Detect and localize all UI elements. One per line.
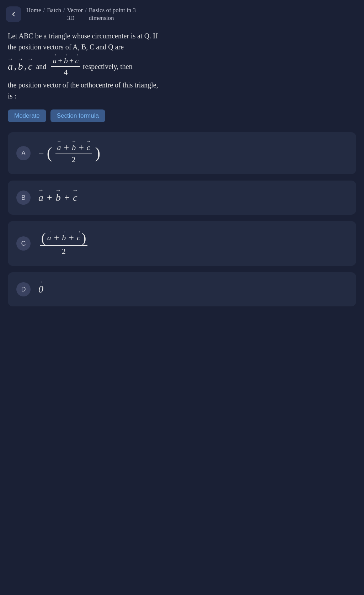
opt-c-vec-b: b [62,233,66,242]
breadcrumb-vector: Vector 3D [67,6,83,22]
comma2: , [25,61,27,72]
question-math-block: a , b , c and a + b + c 4 respectively, … [8,56,356,77]
fraction-numerator: a + b + c [51,56,80,67]
vec-a: a [8,61,13,72]
fraction-denominator: 4 [62,67,69,77]
breadcrumb-sep3: / [85,6,87,14]
opt-b-vec-a: a [38,192,43,203]
question-text: Let ABC be a triangle whose circumcenter… [8,31,356,53]
breadcrumb-basics: Basics of point in 3 dimension [89,6,136,22]
opt-c-vec-a: a [47,233,51,242]
option-c-math: ( a + b + c ) 2 [38,231,89,256]
respectively-label: respectively, then [83,63,133,71]
opt-d-vec-zero: 0 [38,284,43,295]
question-line4: the position vector of the orthocentre o… [8,80,356,102]
opt-a-vec-a: a [57,143,61,152]
option-d-math: 0 [38,284,43,295]
option-a-neg: − [38,148,44,159]
option-a-rparen: ) [95,145,101,161]
opt-c-vec-c: c [77,233,80,242]
question-body: Let ABC be a triangle whose circumcenter… [0,28,364,320]
option-a-numerator: a + b + c [55,142,91,154]
option-d-card[interactable]: D 0 [8,272,356,306]
vector-bottom: 3D [67,14,83,22]
option-a-denom: 2 [70,154,77,164]
opt-b-vec-b: b [56,192,61,203]
tags-row: Moderate Section formula [8,109,356,122]
question-line2: the position vectors of A, B, C and Q ar… [8,43,124,51]
option-a-label: A [16,146,31,160]
option-c-numerator: ( a + b + c ) [40,231,87,246]
vec-b: b [18,61,23,72]
opt-c-rparen: ) [82,231,86,245]
frac-plus2: + [69,56,74,65]
option-d-label: D [16,282,31,296]
option-c-fraction: ( a + b + c ) 2 [40,231,87,256]
option-a-lparen: ( [47,145,52,161]
question-line1: Let ABC be a triangle whose circumcenter… [8,32,158,40]
breadcrumb: Home / Batch / Vector 3D / Basics of poi… [26,6,136,22]
breadcrumb-batch: Batch [47,6,61,14]
option-a-math: − ( a + b + c 2 ) [38,142,100,164]
option-b-label: B [16,191,31,205]
frac-plus1: + [58,56,62,65]
option-c-label: C [16,236,31,251]
vector-top: Vector [67,6,83,14]
opt-c-lparen: ( [41,231,46,245]
basics-top: Basics of point in 3 [89,6,136,14]
frac-vec-b: b [64,56,68,65]
breadcrumb-sep2: / [63,6,65,14]
back-button[interactable] [6,6,21,22]
comma1: , [14,61,17,72]
tag-moderate: Moderate [8,109,46,122]
header: Home / Batch / Vector 3D / Basics of poi… [0,0,364,28]
option-c-card[interactable]: C ( a + b + c ) 2 [8,221,356,266]
tag-section-formula: Section formula [50,109,105,122]
frac-vec-c: c [75,56,79,65]
breadcrumb-sep1: / [43,6,45,14]
question-fraction: a + b + c 4 [51,56,80,77]
option-b-math: a + b + c [38,192,77,203]
option-c-denom: 2 [60,246,67,256]
breadcrumb-home: Home [26,6,41,14]
opt-a-vec-c: c [87,143,90,152]
and-label: and [36,63,46,71]
option-b-card[interactable]: B a + b + c [8,181,356,215]
option-a-card[interactable]: A − ( a + b + c 2 ) [8,132,356,174]
opt-b-vec-c: c [73,192,77,203]
vec-c: c [28,61,32,72]
option-a-fraction: a + b + c 2 [55,142,91,164]
opt-a-vec-b: b [72,143,76,152]
frac-vec-a: a [53,56,57,65]
basics-bottom: dimension [89,14,136,22]
